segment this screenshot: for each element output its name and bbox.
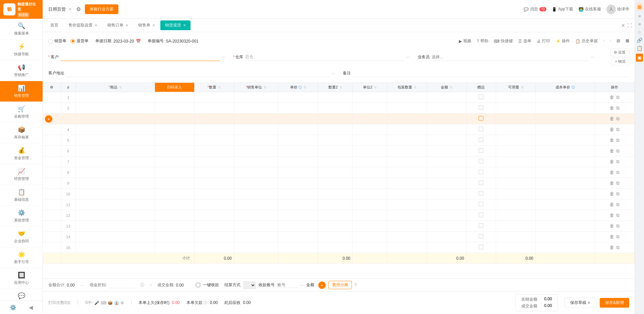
delete-icon-4[interactable]: 🗑 xyxy=(609,127,614,132)
account-dots[interactable]: ··· xyxy=(300,283,304,288)
sidebar-item-quick-nav[interactable]: ⚡ 快捷导航 xyxy=(0,40,43,60)
discount-input[interactable] xyxy=(108,282,135,288)
row-cost-1[interactable] xyxy=(536,92,595,103)
copy-icon-9[interactable]: ⧉ xyxy=(616,180,620,186)
account-input[interactable] xyxy=(277,282,298,288)
row-gift-1[interactable] xyxy=(466,92,496,103)
delete-icon-11[interactable]: 🗑 xyxy=(609,202,614,207)
row-product-3[interactable] xyxy=(75,114,155,124)
tab-fullscreen-action[interactable]: ⛶ xyxy=(627,23,632,28)
add-row-button[interactable]: + xyxy=(45,115,52,123)
sidebar-item-marketing[interactable]: 📢 营销推广 xyxy=(0,60,43,81)
rp-icon-3[interactable]: ≡ xyxy=(638,21,641,27)
rp-icon-1[interactable]: ▦ xyxy=(636,3,643,11)
delete-icon-14[interactable]: 🗑 xyxy=(609,234,614,240)
row-product-1[interactable] xyxy=(75,92,155,103)
view-grid-icon[interactable]: ▦ xyxy=(626,38,629,44)
sidebar-item-wechat[interactable]: 💬 企业微信 xyxy=(0,289,43,301)
row-pkg-qty-3[interactable] xyxy=(387,114,427,124)
topbar-daily-select[interactable]: 日用百货 ▼ xyxy=(48,6,72,12)
sales-unit-sort-icon[interactable]: ⇅ xyxy=(264,85,266,89)
row-cost-2[interactable] xyxy=(536,103,595,114)
sidebar-item-system[interactable]: ⚙️ 系统管理 xyxy=(0,206,43,227)
app-download-button[interactable]: 📱 App下载 xyxy=(552,6,573,12)
row-sales-unit-3[interactable] xyxy=(234,114,278,124)
copy-icon-8[interactable]: ⧉ xyxy=(616,170,620,175)
delete-icon-6[interactable]: 🗑 xyxy=(609,148,614,154)
rp-icon-5[interactable]: 🔗 xyxy=(637,38,642,43)
qty-sort-icon[interactable]: ⇅ xyxy=(218,85,221,89)
sidebar-item-finance[interactable]: 💰 资金管理 xyxy=(0,143,43,164)
delete-icon-5[interactable]: 🗑 xyxy=(609,137,614,143)
tab-close-action[interactable]: ✕ xyxy=(621,23,625,28)
row-available-3[interactable] xyxy=(496,114,536,124)
delete-icon-3[interactable]: 🗑 xyxy=(609,116,614,122)
doc-action-help[interactable]: ? 帮助 xyxy=(477,38,488,44)
row-sales-unit-2[interactable] xyxy=(234,103,278,114)
copy-icon-3[interactable]: ⧉ xyxy=(616,116,620,122)
row-qty2-1[interactable] xyxy=(318,92,353,103)
rp-icon-2[interactable]: ≡ xyxy=(638,13,641,19)
gift-checkbox-2[interactable] xyxy=(479,105,483,110)
payment-checkbox[interactable] xyxy=(196,283,200,287)
copy-icon-5[interactable]: ⧉ xyxy=(616,137,620,143)
delete-icon-10[interactable]: 🗑 xyxy=(609,191,614,197)
amount-sort-icon[interactable]: ⇅ xyxy=(450,85,452,89)
row-product-2[interactable] xyxy=(75,103,155,114)
price-sort-icon[interactable]: ⇅ xyxy=(304,85,306,89)
calc-method-select[interactable] xyxy=(243,281,256,289)
doc-action-print[interactable]: 🖨 打印 xyxy=(537,38,550,44)
col-scan[interactable]: 扫码录入 xyxy=(155,83,194,92)
logistics-button[interactable]: + 物流 xyxy=(611,58,629,65)
save-new-button[interactable]: 保存&新增 xyxy=(600,298,629,308)
copy-icon-14[interactable]: ⧉ xyxy=(616,234,620,240)
delete-icon-15[interactable]: 🗑 xyxy=(609,245,614,250)
copy-icon-15[interactable]: ⧉ xyxy=(616,245,620,250)
row-price-3[interactable] xyxy=(278,114,318,124)
row-unit2-2[interactable] xyxy=(353,103,387,114)
available-sort-icon[interactable]: ⇅ xyxy=(521,85,524,89)
qty2-sort-icon[interactable]: ⇅ xyxy=(339,85,342,89)
delete-icon-12[interactable]: 🗑 xyxy=(609,212,614,218)
message-button[interactable]: 💬 消息 70 xyxy=(524,6,546,12)
delete-icon-2[interactable]: 🗑 xyxy=(609,105,614,111)
sidebar-item-newbie[interactable]: 🌟 新手引导 xyxy=(0,247,43,268)
gift-checkbox-3[interactable] xyxy=(479,116,483,121)
tab-home[interactable]: 首页 xyxy=(46,20,63,30)
row-unit2-1[interactable] xyxy=(353,92,387,103)
tab-sales-return-close[interactable]: ✕ xyxy=(183,23,186,27)
delete-icon-9[interactable]: 🗑 xyxy=(609,180,614,186)
copy-icon-13[interactable]: ⧉ xyxy=(616,223,620,229)
staff-input[interactable] xyxy=(432,53,589,61)
tab-sales-delivery-close[interactable]: ✕ xyxy=(152,23,155,27)
delete-icon-1[interactable]: 🗑 xyxy=(609,95,614,100)
warehouse-dots[interactable]: ··· xyxy=(406,55,410,59)
row-price-2[interactable] xyxy=(278,103,318,114)
row-cost-3[interactable] xyxy=(536,114,595,124)
delete-icon-8[interactable]: 🗑 xyxy=(609,170,614,175)
doc-action-shortcuts[interactable]: ⌨ 快捷键 xyxy=(494,38,513,44)
doc-action-operation[interactable]: ⚡ 操作 xyxy=(555,38,570,44)
tab-sales-order[interactable]: 销售订单 ✕ xyxy=(103,20,133,30)
sidebar-item-purchase[interactable]: 🛒 采购管理 xyxy=(0,102,43,123)
rp-icon-7[interactable]: ▣ xyxy=(636,54,643,62)
address-dots[interactable]: ··· xyxy=(331,71,335,76)
sidebar-item-apps[interactable]: 🔲 应用中心 xyxy=(0,268,43,289)
help-tooltip-icon[interactable]: ⓘ xyxy=(140,282,144,288)
row-qty-2[interactable] xyxy=(194,103,234,114)
sidebar-item-sales[interactable]: 📊 销售管理 xyxy=(0,81,43,102)
row-qty2-3[interactable] xyxy=(318,114,353,124)
row-qty2-2[interactable] xyxy=(318,103,353,114)
row-unit2-3[interactable] xyxy=(353,114,387,124)
tab-sales-delivery[interactable]: 销售单 ✕ xyxy=(133,20,160,30)
row-gift-2[interactable] xyxy=(466,103,496,114)
copy-icon-4[interactable]: ⧉ xyxy=(616,127,620,132)
split-help-icon[interactable]: ? xyxy=(355,283,357,288)
copy-icon-2[interactable]: ⧉ xyxy=(616,105,620,111)
customer-dots[interactable]: ··· xyxy=(222,55,225,59)
nav-next[interactable]: › xyxy=(610,38,611,44)
row-amount-1[interactable] xyxy=(427,92,466,103)
tab-sales-order-close[interactable]: ✕ xyxy=(125,23,128,27)
row-amount-2[interactable] xyxy=(427,103,466,114)
address-input[interactable] xyxy=(66,69,329,77)
